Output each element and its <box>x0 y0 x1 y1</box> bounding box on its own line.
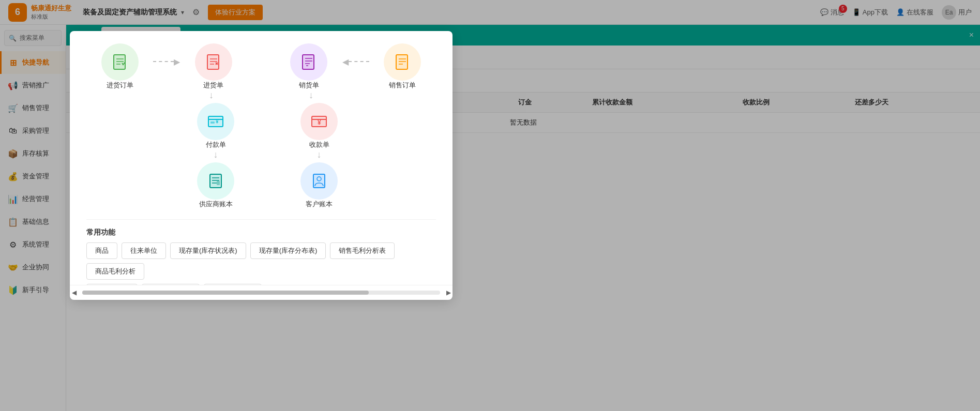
svg-rect-12 <box>303 55 314 69</box>
down-arrow-sales: ↓ <box>276 90 346 101</box>
func-btn-partner[interactable]: 往来单位 <box>122 242 166 259</box>
common-functions: 常用功能 商品 往来单位 现存量(库存状况表) 现存量(库存分布表) 销售毛利分… <box>86 219 436 285</box>
flow-node-receipt[interactable]: ¥ 收款单 <box>283 103 355 149</box>
sales-slip-label: 销货单 <box>299 81 319 90</box>
modal-overlay[interactable]: 进货订单 ▶ 进货单 <box>0 0 980 411</box>
flow-node-purchase-slip[interactable]: 进货单 <box>180 43 247 90</box>
purchase-order-label: 进货订单 <box>107 81 133 90</box>
svg-rect-18 <box>396 55 408 69</box>
flow-down-arrows: ↓ ↓ <box>86 90 436 101</box>
supplier-icon <box>197 162 234 200</box>
function-buttons-row1: 商品 往来单位 现存量(库存状况表) 现存量(库存分布表) 销售毛利分析表 商品… <box>86 242 436 280</box>
func-btn-product[interactable]: 商品 <box>86 242 117 259</box>
svg-rect-37 <box>217 181 220 185</box>
svg-text:¥: ¥ <box>215 119 219 125</box>
down-arrow-purchase: ↓ <box>176 90 246 101</box>
arrow-1: ▶ <box>153 57 180 77</box>
flow-node-purchase-order[interactable]: 进货订单 <box>86 43 153 90</box>
common-title: 常用功能 <box>86 228 436 237</box>
svg-rect-0 <box>114 55 125 69</box>
scroll-right-button[interactable]: ▶ <box>444 288 453 297</box>
modal-scroll-area: ◀ ▶ <box>70 285 453 300</box>
flow-bottom-row: 供应商账本 客户账本 <box>86 162 436 209</box>
sales-order-label: 销售订单 <box>389 81 416 90</box>
scroll-left-button[interactable]: ◀ <box>70 288 78 297</box>
customer-icon <box>300 162 338 200</box>
receipt-icon: ¥ <box>300 103 338 140</box>
flow-top-row: 进货订单 ▶ 进货单 <box>86 43 436 90</box>
flow-down-arrows-2: ↓ ↓ <box>86 149 436 160</box>
down-arrow-receipt: ↓ <box>283 149 355 160</box>
supplier-label: 供应商账本 <box>199 200 233 209</box>
down-arrow-payment: ↓ <box>179 149 252 160</box>
customer-label: 客户账本 <box>306 200 333 209</box>
flow-node-sales-slip[interactable]: 销货单 <box>276 43 342 90</box>
arrow-2: ◀ <box>342 57 369 77</box>
flow-node-supplier[interactable]: 供应商账本 <box>179 162 252 209</box>
scroll-track <box>82 291 440 295</box>
flow-node-sales-order[interactable]: 销售订单 <box>369 43 436 90</box>
sales-order-icon <box>384 43 421 81</box>
flow-node-payment[interactable]: ¥ 付款单 <box>179 103 252 149</box>
purchase-slip-icon <box>195 43 232 81</box>
func-btn-stock-dist[interactable]: 现存量(库存分布表) <box>250 242 326 259</box>
svg-rect-32 <box>210 174 221 188</box>
func-btn-product-profit[interactable]: 商品毛利分析 <box>86 263 144 280</box>
payment-icon: ¥ <box>197 103 234 140</box>
purchase-slip-label: 进货单 <box>203 81 223 90</box>
flow-middle-row: ¥ 付款单 ¥ 收款单 <box>86 103 436 149</box>
purchase-order-icon <box>101 43 139 81</box>
svg-text:¥: ¥ <box>318 119 321 126</box>
payment-label: 付款单 <box>206 140 226 149</box>
svg-rect-5 <box>207 55 219 69</box>
modal-body: 进货订单 ▶ 进货单 <box>70 31 453 285</box>
svg-rect-26 <box>210 121 215 124</box>
receipt-label: 收款单 <box>309 140 329 149</box>
func-btn-stock-status[interactable]: 现存量(库存状况表) <box>170 242 246 259</box>
func-btn-sales-profit[interactable]: 销售毛利分析表 <box>330 242 395 259</box>
modal-dialog: 进货订单 ▶ 进货单 <box>70 31 453 300</box>
scroll-thumb <box>82 291 369 295</box>
sales-slip-icon <box>290 43 327 81</box>
flow-node-customer[interactable]: 客户账本 <box>283 162 355 209</box>
